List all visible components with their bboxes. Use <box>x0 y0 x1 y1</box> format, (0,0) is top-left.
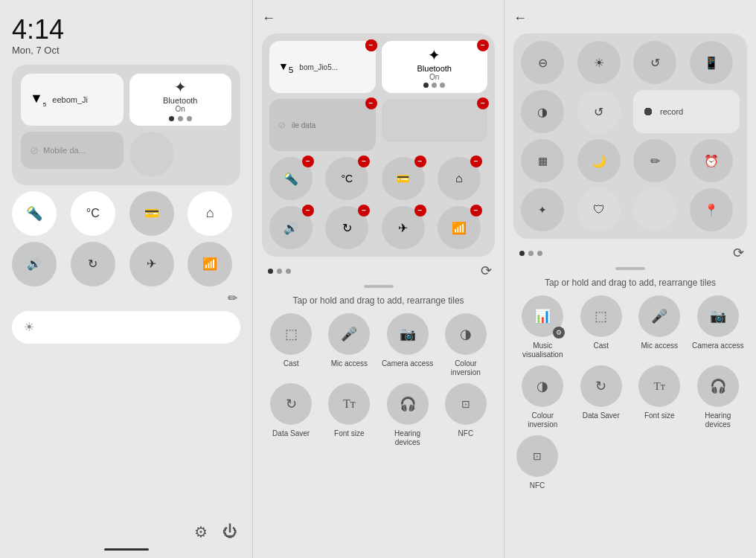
hotspot-tile[interactable]: 📶 <box>188 242 232 286</box>
avail-fontsize-label: Font size <box>334 429 365 438</box>
flashlight-tile[interactable]: 🔦 <box>12 191 57 236</box>
clock-date: Mon, 7 Oct <box>12 45 64 56</box>
p3-qr[interactable]: ▦ <box>521 139 564 182</box>
avail-fontsize-circle: Tт <box>328 383 370 425</box>
p3-avail-nfc[interactable]: ⊡ NFC <box>516 435 558 490</box>
panel2-header: ← <box>262 10 495 26</box>
p3-shield[interactable]: 🛡 <box>577 188 621 231</box>
rotate-tile[interactable]: ↻ <box>71 242 115 286</box>
p2-volume[interactable]: − 🔊 <box>269 206 313 249</box>
p2-flashlight[interactable]: − 🔦 <box>269 157 313 200</box>
p2-air-remove[interactable]: − <box>414 205 426 217</box>
temperature-icon: °C <box>86 207 100 220</box>
panel2-active-grid: − ▼5 bom_Jio5... − − ✦ Bluetooth On − ⊘ … <box>262 33 495 257</box>
p2-temp-icon: °C <box>341 173 353 185</box>
p3-avail-fontsize[interactable]: Tт Font size <box>633 365 686 429</box>
camera-icon: 📷 <box>400 326 416 342</box>
p2-wifi-icon: ▼5 <box>278 60 293 74</box>
p2-bt-remove[interactable]: − <box>477 39 489 51</box>
avail-colour[interactable]: ◑ Colour inversion <box>440 313 492 377</box>
halfmoon-icon: ◑ <box>537 105 548 119</box>
p3-brightness[interactable]: ☀ <box>577 41 621 84</box>
back-button[interactable]: ← <box>262 10 275 26</box>
p3-avail-cast[interactable]: ⬚ Cast <box>575 295 628 359</box>
shield-icon: 🛡 <box>593 203 605 217</box>
p2-mobile-icon: ⊘ <box>278 120 286 130</box>
p3-halfmoon[interactable]: ◑ <box>521 90 564 133</box>
p2-vol-remove[interactable]: − <box>302 205 314 217</box>
bluetooth-tile[interactable]: ✦ Bluetooth On <box>129 74 232 126</box>
p3-back-button[interactable]: ← <box>513 10 527 26</box>
p3-sync[interactable]: ↺ <box>633 41 676 84</box>
p2-temp-remove[interactable]: − <box>358 155 370 167</box>
avail-hearing[interactable]: 🎧 Hearing devices <box>382 383 434 447</box>
p2-hot-remove[interactable]: − <box>470 205 482 217</box>
p3-alarm[interactable]: ⏰ <box>690 139 733 182</box>
p3-avail-mic[interactable]: 🎤 Mic access <box>633 295 686 359</box>
p2-mobile-remove[interactable]: − <box>365 97 377 109</box>
p3-refresh[interactable]: ↺ <box>577 90 621 133</box>
p3-history-icon[interactable]: ⟳ <box>733 245 744 261</box>
brightness-slider[interactable]: ☀ <box>12 311 240 344</box>
avail-camera-circle: 📷 <box>387 313 429 355</box>
pencil-icon[interactable]: ✏ <box>228 291 237 305</box>
hearing-icon: 🎧 <box>400 396 416 412</box>
p2-bluetooth-tile[interactable]: − ✦ Bluetooth On <box>382 41 488 93</box>
volume-tile[interactable]: 🔊 <box>12 242 57 286</box>
p3-avail-hearing[interactable]: 🎧 Hearing devices <box>692 365 745 429</box>
p3-avail-colour[interactable]: ◑ Colour inversion <box>516 365 569 429</box>
avail-nfc[interactable]: ⊡ NFC <box>440 383 492 447</box>
avail-mic-label: Mic access <box>331 359 368 368</box>
p3-avail-datasaver[interactable]: ↻ Data Saver <box>575 365 628 429</box>
wifi-tile-name: eebom_Ji <box>52 95 88 104</box>
p2-home-remove[interactable]: − <box>470 155 482 167</box>
p3-avail-musicvis[interactable]: 📊 ⚙ Music visualisation <box>516 295 569 359</box>
p3-colour-label: Colour inversion <box>516 411 569 429</box>
p3-brightness2[interactable]: ✦ <box>521 188 564 231</box>
p3-pen[interactable]: ✏ <box>633 139 676 182</box>
wallet-tile[interactable]: 💳 <box>129 191 174 236</box>
panel3-header: ← <box>513 10 747 26</box>
p3-nfc-circle: ⊡ <box>516 435 558 477</box>
panel-quick-settings: 4:14 Mon, 7 Oct ▼ 🔋 87% ▼5 eebom_Ji ✦ Bl… <box>0 0 253 558</box>
avail-mic[interactable]: 🎤 Mic access <box>323 313 375 377</box>
airplane-tile[interactable]: ✈ <box>129 242 174 286</box>
p3-available-row1: 📊 ⚙ Music visualisation ⬚ Cast 🎤 Mic acc… <box>513 295 747 359</box>
wifi-tile[interactable]: ▼5 eebom_Ji <box>21 74 124 126</box>
p2-mobile-tile[interactable]: − ⊘ ile data <box>269 99 376 151</box>
avail-fontsize[interactable]: Tт Font size <box>323 383 375 447</box>
p3-moon[interactable]: 🌙 <box>577 139 621 182</box>
p2-temp[interactable]: − °C <box>325 157 368 200</box>
qr-icon: ▦ <box>538 155 548 167</box>
p2-bt-icon: ✦ <box>428 46 441 64</box>
p2-hotspot[interactable]: − 📶 <box>438 206 481 249</box>
power-icon[interactable]: ⏻ <box>222 523 237 541</box>
alarm-icon: ⏰ <box>704 154 719 168</box>
p2-airplane[interactable]: − ✈ <box>382 206 425 249</box>
mobile-data-tile[interactable]: ⊘ Mobile da... <box>21 132 124 169</box>
p3-avail-camera[interactable]: 📷 Camera access <box>692 295 745 359</box>
settings-icon[interactable]: ⚙ <box>194 523 208 541</box>
p3-location[interactable]: 📍 <box>690 188 733 231</box>
p2-history-icon[interactable]: ⟳ <box>481 263 492 279</box>
p2-rot-remove[interactable]: − <box>358 205 370 217</box>
p3-phone[interactable]: 📱 <box>690 41 733 84</box>
p3-cast-icon: ⬚ <box>595 308 607 324</box>
home-icon: ⌂ <box>206 205 214 221</box>
p2-empty-remove[interactable]: − <box>477 97 489 109</box>
p3-minus[interactable]: ⊖ <box>521 41 564 84</box>
p2-fl-remove[interactable]: − <box>302 155 314 167</box>
p2-home[interactable]: − ⌂ <box>438 157 481 200</box>
p2-wifi-tile[interactable]: − ▼5 bom_Jio5... − <box>269 41 376 93</box>
avail-camera[interactable]: 📷 Camera access <box>382 313 434 377</box>
p2-wallet-remove[interactable]: − <box>414 155 426 167</box>
p2-wallet[interactable]: − 💳 <box>382 157 425 200</box>
remove-badge-top[interactable]: − <box>365 39 377 51</box>
p2-rotate[interactable]: − ↻ <box>325 206 368 249</box>
bluetooth-label: Bluetooth <box>163 96 197 105</box>
home-tile[interactable]: ⌂ <box>188 191 232 236</box>
avail-cast[interactable]: ⬚ Cast <box>265 313 317 377</box>
p3-record[interactable]: ⏺ record <box>633 90 740 133</box>
temperature-tile[interactable]: °C <box>71 191 115 236</box>
avail-datasaver[interactable]: ↻ Data Saver <box>265 383 317 447</box>
